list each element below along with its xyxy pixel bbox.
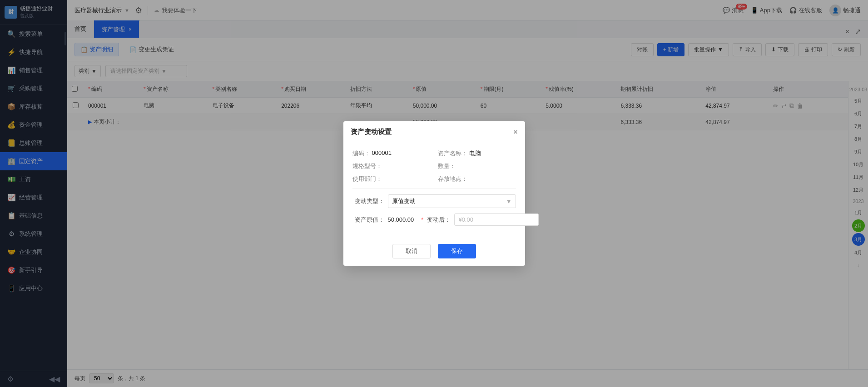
original-value-label: 资产原值： (352, 216, 384, 224)
change-type-arrow-icon: ▼ (506, 198, 512, 205)
dialog-location-label: 存放地点： (438, 175, 467, 183)
change-type-value: 原值变动 (392, 197, 416, 205)
dialog-asset-name-value: 电脑 (469, 149, 481, 158)
dialog-quantity-row: 数量： (438, 162, 516, 170)
original-value-value: 50,000.00 (388, 214, 414, 225)
dialog-overlay[interactable]: 资产变动设置 × 编码： 000001 资产名称： 电脑 规格型号： 数量： (0, 0, 868, 387)
dialog-quantity-label: 数量： (438, 162, 456, 170)
dialog-title: 资产变动设置 (351, 128, 392, 136)
original-value-group: 50,000.00 * 变动后： (388, 213, 539, 226)
asset-change-dialog: 资产变动设置 × 编码： 000001 资产名称： 电脑 规格型号： 数量： (343, 121, 525, 266)
dialog-asset-name-label: 资产名称： (438, 149, 467, 158)
after-required-star: * (421, 216, 423, 223)
dialog-asset-name-row: 资产名称： 电脑 (438, 149, 516, 158)
after-value-input[interactable] (454, 213, 539, 226)
dialog-divider (352, 189, 516, 189)
dialog-spec-label: 规格型号： (352, 162, 382, 170)
dialog-code-label: 编码： (352, 149, 370, 158)
dialog-code-value: 000001 (372, 149, 392, 158)
cancel-button[interactable]: 取消 (392, 244, 431, 258)
change-type-input[interactable]: 原值变动 ▼ (388, 194, 516, 208)
change-type-row: 变动类型： 原值变动 ▼ (352, 194, 516, 208)
dialog-header: 资产变动设置 × (343, 121, 525, 142)
dialog-code-row: 编码： 000001 (352, 149, 431, 158)
dialog-location-row: 存放地点： (438, 175, 516, 183)
after-label: 变动后： (427, 216, 451, 224)
change-type-label: 变动类型： (352, 197, 384, 205)
dialog-footer: 取消 保存 (343, 238, 525, 266)
dialog-body: 编码： 000001 资产名称： 电脑 规格型号： 数量： 使用部门： (343, 142, 525, 238)
dialog-info-grid: 编码： 000001 资产名称： 电脑 规格型号： 数量： 使用部门： (352, 149, 516, 183)
dialog-dept-label: 使用部门： (352, 175, 382, 183)
dialog-dept-row: 使用部门： (352, 175, 431, 183)
dialog-close-button[interactable]: × (513, 129, 517, 136)
dialog-spec-row: 规格型号： (352, 162, 431, 170)
save-button[interactable]: 保存 (438, 244, 476, 258)
original-value-row: 资产原值： 50,000.00 * 变动后： (352, 213, 516, 226)
